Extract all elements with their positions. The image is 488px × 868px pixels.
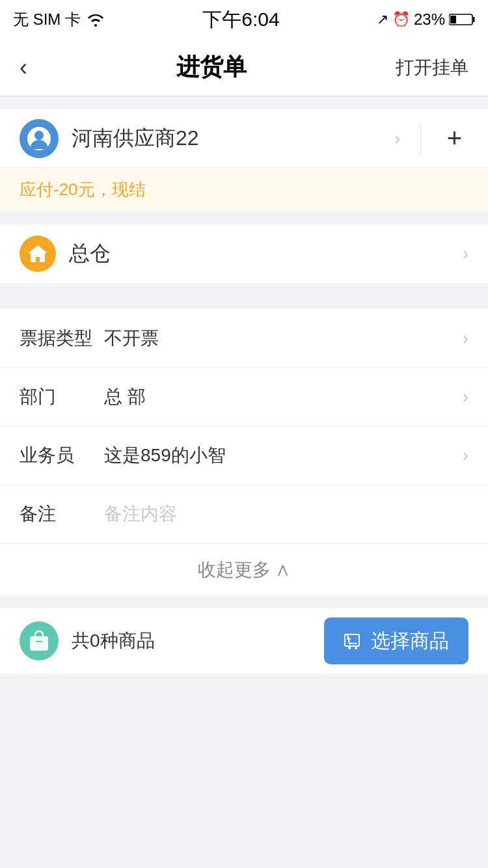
- wifi-icon: [86, 12, 105, 27]
- avatar-icon: [27, 127, 51, 150]
- department-chevron-icon: ›: [463, 387, 468, 407]
- svg-point-7: [355, 647, 357, 649]
- status-left: 无 SIM 卡: [13, 9, 105, 30]
- product-count: 共0种商品: [72, 629, 324, 653]
- warehouse-chevron-icon: ›: [463, 243, 468, 264]
- ticket-type-row[interactable]: 票据类型 不开票 ›: [0, 309, 488, 368]
- avatar: [20, 119, 59, 158]
- bottom-bar: 共0种商品 选择商品: [0, 608, 488, 673]
- supplier-row[interactable]: 河南供应商22 › +: [0, 109, 488, 168]
- warehouse-row[interactable]: 总仓 ›: [0, 224, 488, 283]
- divider: [420, 122, 421, 155]
- department-value: 总 部: [104, 385, 463, 409]
- form-section: 票据类型 不开票 › 部门 总 部 › 业务员 这是859的小智 › 备注 备注…: [0, 309, 488, 595]
- svg-rect-5: [345, 634, 359, 646]
- salesman-label: 业务员: [20, 443, 104, 468]
- ticket-type-value: 不开票: [104, 326, 463, 351]
- svg-point-3: [34, 131, 44, 140]
- salesman-row[interactable]: 业务员 这是859的小智 ›: [0, 426, 488, 485]
- battery-icon: [449, 13, 475, 26]
- remark-input[interactable]: 备注内容: [104, 502, 468, 526]
- battery-label: 23%: [414, 10, 445, 29]
- ticket-type-label: 票据类型: [20, 326, 104, 351]
- product-icon: [20, 621, 59, 660]
- cart-icon: [344, 632, 364, 650]
- page-title: 进货单: [176, 51, 247, 83]
- nav-bar: ‹ 进货单 打开挂单: [0, 39, 488, 96]
- carrier-label: 无 SIM 卡: [13, 9, 81, 30]
- svg-point-6: [348, 647, 351, 649]
- svg-rect-2: [450, 16, 456, 23]
- svg-rect-4: [30, 636, 48, 651]
- select-product-button[interactable]: 选择商品: [324, 617, 468, 664]
- remark-row[interactable]: 备注 备注内容: [0, 485, 488, 543]
- remark-label: 备注: [20, 502, 104, 526]
- supplier-name: 河南供应商22: [72, 124, 394, 153]
- salesman-chevron-icon: ›: [463, 445, 468, 466]
- notice-text: 应付-20元，现结: [20, 180, 146, 199]
- select-btn-label: 选择商品: [371, 628, 449, 655]
- gap-2: [0, 211, 488, 224]
- gap-3: [0, 283, 488, 296]
- warehouse-icon: [20, 236, 56, 272]
- supplier-section: 河南供应商22 › + 应付-20元，现结: [0, 109, 488, 211]
- supplier-chevron-icon: ›: [394, 128, 400, 149]
- svg-rect-1: [472, 17, 474, 22]
- add-button[interactable]: +: [441, 124, 468, 153]
- alarm-icon: ⏰: [392, 11, 410, 28]
- ticket-type-chevron-icon: ›: [463, 328, 468, 349]
- department-row[interactable]: 部门 总 部 ›: [0, 368, 488, 426]
- collapse-label: 收起更多 ∧: [198, 558, 291, 582]
- status-bar: 无 SIM 卡 下午6:04 ↗ ⏰ 23%: [0, 0, 488, 39]
- status-right: ↗ ⏰ 23%: [377, 10, 475, 29]
- salesman-value: 这是859的小智: [104, 443, 463, 468]
- back-button[interactable]: ‹: [20, 54, 27, 81]
- status-time: 下午6:04: [202, 7, 279, 33]
- location-icon: ↗: [377, 11, 388, 28]
- background-fill: [0, 673, 488, 868]
- notice-bar: 应付-20元，现结: [0, 168, 488, 211]
- open-pending-button[interactable]: 打开挂单: [396, 55, 468, 80]
- warehouse-section[interactable]: 总仓 ›: [0, 224, 488, 283]
- collapse-row[interactable]: 收起更多 ∧: [0, 543, 488, 595]
- warehouse-name: 总仓: [69, 239, 463, 268]
- gap-1: [0, 96, 488, 109]
- department-label: 部门: [20, 385, 104, 409]
